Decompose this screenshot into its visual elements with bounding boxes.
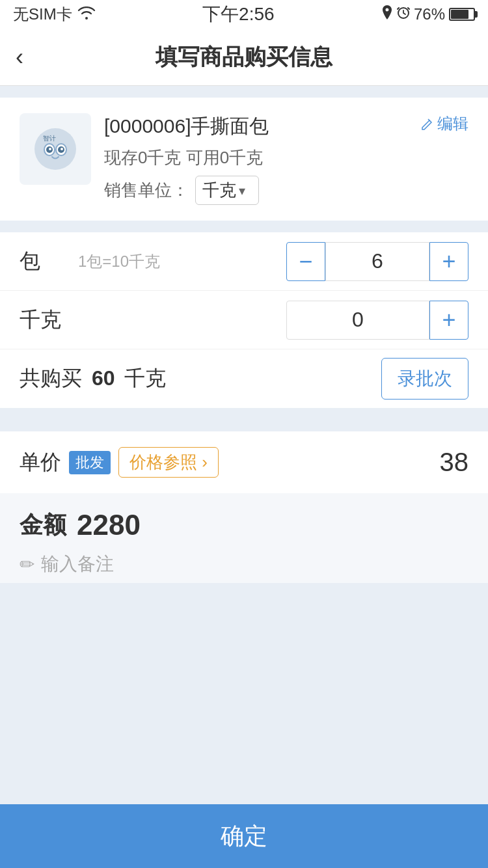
product-card: 智计 [0000006]手撕面包 编辑 现存0千克 可用0千克 销售单位： 千克… — [0, 98, 488, 221]
summary-row: 共购买 60 千克 录批次 — [0, 349, 488, 408]
confirm-button-label: 确定 — [221, 821, 267, 852]
price-type-tag: 批发 — [69, 451, 111, 474]
page-title: 填写商品购买信息 — [156, 42, 332, 72]
kg-stepper: + — [286, 301, 468, 340]
bag-plus-button[interactable]: + — [429, 242, 468, 281]
price-value: 38 — [440, 448, 469, 477]
alarm-icon — [397, 5, 410, 23]
amount-row: 金额 2280 — [20, 509, 468, 541]
dropdown-arrow-icon: ▾ — [239, 183, 245, 198]
product-unit-row: 销售单位： 千克 ▾ — [104, 176, 468, 205]
summary-prefix: 共购买 — [20, 366, 82, 390]
separator-2 — [0, 221, 488, 232]
separator-1 — [0, 86, 488, 98]
price-section: 单价 批发 价格参照 › 38 — [0, 431, 488, 493]
status-time: 下午2:56 — [202, 2, 275, 27]
product-info: [0000006]手撕面包 编辑 现存0千克 可用0千克 销售单位： 千克 ▾ — [104, 113, 468, 205]
product-thumbnail: 智计 — [20, 113, 91, 185]
price-label: 单价 — [20, 448, 61, 477]
pencil-icon: ✏ — [20, 554, 34, 575]
bag-stepper-group: − + — [286, 242, 468, 281]
edit-icon — [420, 116, 435, 131]
separator-3 — [0, 408, 488, 420]
edit-button[interactable]: 编辑 — [420, 113, 468, 134]
battery-icon — [449, 8, 475, 21]
form-section: 包 1包=10千克 − + 千克 + 共购买 60 千克 录批次 — [0, 232, 488, 408]
amount-value: 2280 — [77, 509, 141, 541]
confirm-button[interactable]: 确定 — [0, 804, 488, 868]
unit-label: 销售单位： — [104, 179, 189, 202]
back-button[interactable]: ‹ — [16, 44, 23, 71]
bag-input[interactable] — [325, 242, 429, 281]
summary-unit: 千克 — [124, 366, 166, 390]
carrier-text: 无SIM卡 — [13, 4, 72, 25]
amount-section: 金额 2280 ✏ 输入备注 — [0, 493, 488, 583]
product-name: [0000006]手撕面包 — [104, 113, 420, 140]
product-name-row: [0000006]手撕面包 编辑 — [104, 113, 468, 140]
kg-stepper-group: + — [286, 301, 468, 340]
note-placeholder: 输入备注 — [41, 552, 114, 576]
bag-hint: 1包=10千克 — [78, 251, 160, 272]
edit-label: 编辑 — [437, 113, 468, 134]
status-bar-left: 无SIM卡 — [13, 4, 96, 25]
status-bar: 无SIM卡 下午2:56 76% — [0, 0, 488, 29]
empty-content-area — [0, 583, 488, 765]
summary-text: 共购买 60 千克 — [20, 364, 166, 393]
record-batch-button[interactable]: 录批次 — [381, 358, 468, 400]
svg-point-7 — [61, 148, 63, 150]
owl-icon: 智计 — [33, 126, 78, 172]
svg-text:智计: 智计 — [43, 135, 56, 142]
product-stock: 现存0千克 可用0千克 — [104, 146, 468, 169]
price-reference-button[interactable]: 价格参照 › — [118, 447, 219, 478]
amount-label: 金额 — [20, 509, 66, 541]
nav-bar: ‹ 填写商品购买信息 — [0, 29, 488, 86]
bag-row: 包 1包=10千克 − + — [0, 232, 488, 291]
unit-select[interactable]: 千克 ▾ — [195, 176, 259, 205]
kg-plus-button[interactable]: + — [429, 301, 468, 340]
status-bar-right: 76% — [381, 5, 475, 23]
unit-value: 千克 — [202, 179, 236, 202]
note-row[interactable]: ✏ 输入备注 — [20, 552, 468, 576]
battery-percent: 76% — [414, 5, 445, 23]
kg-row: 千克 + — [0, 291, 488, 349]
price-row: 单价 批发 价格参照 › 38 — [20, 447, 468, 478]
bag-stepper: − + — [286, 242, 468, 281]
summary-amount: 60 — [92, 366, 115, 390]
location-icon — [381, 5, 393, 23]
svg-point-6 — [49, 148, 51, 150]
bag-label: 包 — [20, 247, 72, 276]
bag-minus-button[interactable]: − — [286, 242, 325, 281]
kg-label: 千克 — [20, 306, 72, 334]
kg-input[interactable] — [286, 301, 429, 340]
wifi-icon — [77, 5, 96, 23]
